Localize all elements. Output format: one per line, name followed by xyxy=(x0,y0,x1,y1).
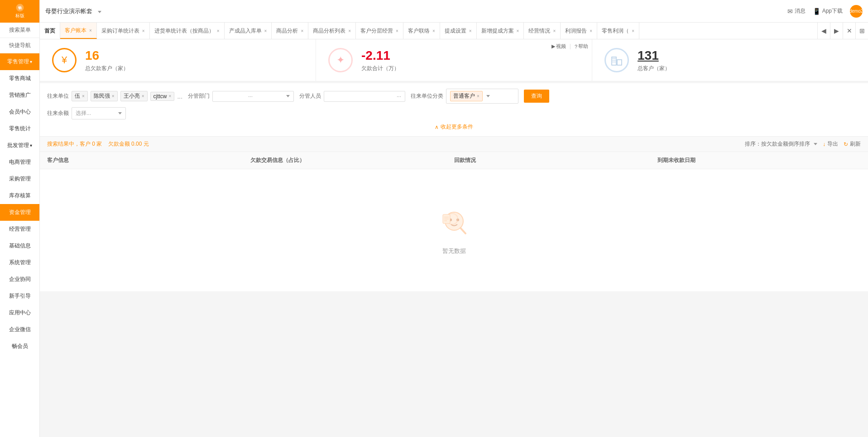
remainder-select[interactable]: 选择... xyxy=(72,107,126,119)
tab-profit-report[interactable]: 利润报告 × xyxy=(561,23,597,39)
sidebar-item-new-guide[interactable]: 新手引导 xyxy=(0,288,39,304)
sidebar-item-search-menu[interactable]: 搜索菜单 xyxy=(0,23,39,38)
tab-home[interactable]: 首页 xyxy=(40,23,60,39)
refresh-button[interactable]: ↻ 刷新 xyxy=(844,140,861,148)
play-icon: ▶ xyxy=(551,43,555,49)
tab-product-analysis-list[interactable]: 商品分析列表 × xyxy=(308,23,356,39)
sidebar-item-quick-nav[interactable]: 快捷导航 xyxy=(0,38,39,53)
export-button[interactable]: ↓ 导出 xyxy=(823,140,838,148)
tab-close-customer-contact[interactable]: × xyxy=(432,28,435,33)
chevron-down-icon-2: ▾ xyxy=(30,143,32,148)
svg-rect-7 xyxy=(614,60,615,61)
tab-customer-ledger[interactable]: 客户账本 × xyxy=(60,23,97,39)
tab-close-new-reminder-plan[interactable]: × xyxy=(517,28,519,33)
tab-close-retail-profit[interactable]: × xyxy=(632,28,634,33)
sidebar-item-enterprise-wx[interactable]: 企业微信 xyxy=(0,321,39,338)
unit-tag-4[interactable]: cjttcw × xyxy=(150,92,175,101)
unit-tag-3[interactable]: 王小亮 × xyxy=(120,91,148,101)
stat-credit-amount: ✦ -2.11 欠款合计（万） ▶ 视频 | ? 帮助 xyxy=(316,39,592,81)
tab-product-analysis[interactable]: 商品分析 × xyxy=(272,23,308,39)
help-link[interactable]: ? 帮助 xyxy=(575,43,588,50)
sidebar-item-operation-mgmt[interactable]: 经营管理 xyxy=(0,221,39,238)
sidebar-item-member-center[interactable]: 会员中心 xyxy=(0,104,39,120)
person-select[interactable]: ··· xyxy=(324,91,405,102)
unit-type-select[interactable]: 普通客户 × xyxy=(446,89,518,104)
collapse-filters-button[interactable]: ∧ 收起更多条件 xyxy=(47,123,861,131)
query-button[interactable]: 查询 xyxy=(524,90,549,103)
sidebar-item-marketing[interactable]: 营销推广 xyxy=(0,87,39,104)
tab-close-product-in-stock[interactable]: × xyxy=(264,28,267,33)
sidebar-logo: 畅 标版 xyxy=(0,0,39,23)
sidebar-item-basic-info[interactable]: 基础信息 xyxy=(0,238,39,254)
total-customers-number[interactable]: 131 xyxy=(638,48,670,63)
sidebar-item-purchase[interactable]: 采购管理 xyxy=(0,171,39,187)
tab-close-product-analysis-list[interactable]: × xyxy=(348,28,351,33)
unit-tag-2-close[interactable]: × xyxy=(112,94,115,99)
stat-text-credit: 16 总欠款客户（家） xyxy=(85,48,129,72)
chevron-up-icon: ∧ xyxy=(435,124,439,130)
tabbar: 首页 客户账本 × 采购订单统计表 × 进货单统计表（按商品） × 产成品入库单… xyxy=(40,23,868,39)
unit-tag-1-close[interactable]: × xyxy=(82,94,85,99)
result-bar: 搜索结果中，客户 0 家 欠款金额 0.00 元 排序：按欠款金额倒序排序 ↓ … xyxy=(40,137,868,152)
sidebar-item-app-center[interactable]: 应用中心 xyxy=(0,304,39,321)
tab-close-product-analysis[interactable]: × xyxy=(301,28,303,33)
user-profile[interactable]: demo2 xyxy=(850,5,863,18)
main-content: 母婴行业演示帐套 ✉ 消息 📱 App下载 demo2 首页 xyxy=(40,0,868,437)
tab-next-button[interactable]: ▶ xyxy=(830,23,843,39)
unit-type-tag-close[interactable]: × xyxy=(477,94,480,99)
sidebar-item-system-mgmt[interactable]: 系统管理 xyxy=(0,254,39,271)
topbar-right: ✉ 消息 📱 App下载 demo2 xyxy=(787,5,863,18)
app-download-button[interactable]: 📱 App下载 xyxy=(813,7,843,15)
tab-close-reminder-settings[interactable]: × xyxy=(469,28,472,33)
tab-prev-button[interactable]: ◀ xyxy=(817,23,830,39)
unit-tag-4-close[interactable]: × xyxy=(169,94,172,99)
sidebar-item-retail-mgmt[interactable]: 零售管理 ▾ xyxy=(0,53,39,70)
tab-close-purchase-order-stats[interactable]: × xyxy=(142,28,145,33)
message-button[interactable]: ✉ 消息 xyxy=(787,7,806,15)
unit-type-tag-1[interactable]: 普通客户 × xyxy=(450,91,483,101)
tab-operation-status[interactable]: 经营情况 × xyxy=(524,23,561,39)
sidebar-item-enterprise-coop[interactable]: 企业协同 xyxy=(0,271,39,288)
tab-retail-profit[interactable]: 零售利润（ × xyxy=(597,23,639,39)
total-icon xyxy=(604,48,629,72)
sidebar-item-inventory[interactable]: 库存核算 xyxy=(0,187,39,204)
tab-purchase-order-stats[interactable]: 采购订单统计表 × xyxy=(97,23,150,39)
tab-close-customer-ledger[interactable]: × xyxy=(89,28,92,33)
account-selector-arrow[interactable] xyxy=(96,8,101,14)
sidebar-item-wholesale-mgmt[interactable]: 批发管理 ▾ xyxy=(0,137,39,154)
sidebar-item-vip-member[interactable]: 畅会员 xyxy=(0,338,39,355)
tab-close-customer-segment[interactable]: × xyxy=(396,28,398,33)
total-customers-label: 总客户（家） xyxy=(638,65,670,72)
unit-tag-1[interactable]: 伍 × xyxy=(72,91,88,101)
dept-filter-label: 分管部门 xyxy=(188,92,210,100)
tab-new-reminder-plan[interactable]: 新增提成方案 × xyxy=(477,23,524,39)
tab-expand-button[interactable]: ⊞ xyxy=(855,23,868,39)
remainder-arrow-icon xyxy=(118,112,122,114)
sidebar-item-retail-stats[interactable]: 零售统计 xyxy=(0,120,39,137)
tab-customer-segment[interactable]: 客户分层经营 × xyxy=(356,23,403,39)
account-selector[interactable]: 母婴行业演示帐套 xyxy=(45,7,92,15)
empty-icon xyxy=(436,205,472,242)
sidebar-item-capital-mgmt[interactable]: 资金管理 xyxy=(0,204,39,221)
video-link[interactable]: ▶ 视频 xyxy=(551,43,566,50)
unit-tag-2[interactable]: 陈民强 × xyxy=(91,91,118,101)
tab-purchase-stats-by-product[interactable]: 进货单统计表（按商品） × xyxy=(150,23,225,39)
tab-close-operation-status[interactable]: × xyxy=(553,28,556,33)
stat-help-links: ▶ 视频 | ? 帮助 xyxy=(551,43,588,50)
sidebar-item-ecommerce[interactable]: 电商管理 xyxy=(0,154,39,171)
sort-selector[interactable]: 排序：按欠款金额倒序排序 xyxy=(745,140,817,148)
tab-customer-contact[interactable]: 客户联络 × xyxy=(403,23,440,39)
dept-select-dots: ··· xyxy=(248,93,253,100)
dept-select[interactable]: ··· xyxy=(212,91,294,102)
tab-close-purchase-stats-by-product[interactable]: × xyxy=(217,28,220,33)
svg-rect-3 xyxy=(617,60,622,65)
tab-reminder-settings[interactable]: 提成设置 × xyxy=(440,23,477,39)
tab-close-profit-report[interactable]: × xyxy=(590,28,592,33)
unit-tags-more[interactable]: ... xyxy=(177,93,182,100)
tab-close-all-button[interactable]: ✕ xyxy=(843,23,855,39)
tab-product-in-stock[interactable]: 产成品入库单 × xyxy=(225,23,272,39)
sidebar-item-retail-mall[interactable]: 零售商城 xyxy=(0,70,39,87)
logo-icon: 畅 xyxy=(13,4,27,12)
unit-type-filter-label: 往来单位分类 xyxy=(411,92,443,100)
unit-tag-3-close[interactable]: × xyxy=(142,94,144,99)
